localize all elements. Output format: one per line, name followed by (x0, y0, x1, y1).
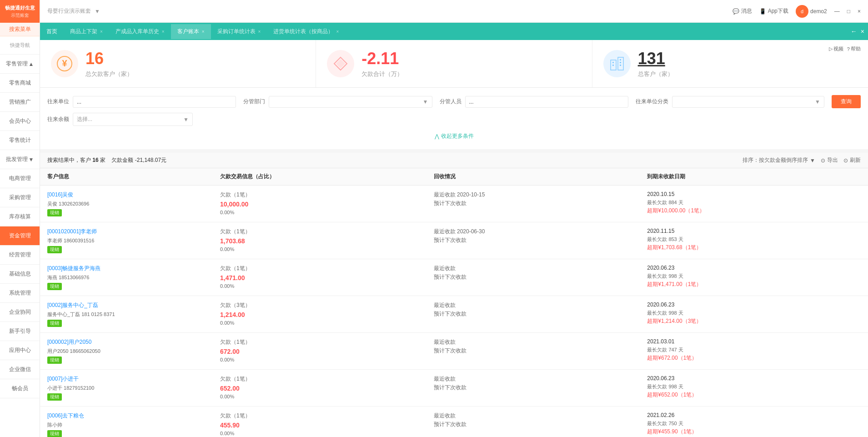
tab-close-icon[interactable]: × (202, 29, 205, 34)
message-btn[interactable]: 💬 消息 (733, 7, 752, 15)
filter-person: 分管人员 ... (440, 96, 628, 108)
sidebar-item-inventory[interactable]: 库存核算 (0, 207, 40, 226)
svg-text:¥: ¥ (62, 58, 67, 68)
overdue-amount-2[interactable]: 超期¥1,471.00（1笔） (647, 281, 861, 288)
overdue-amount-4[interactable]: 超期¥672.00（1笔） (647, 354, 861, 362)
tab-product-listing[interactable]: 商品上下架 × (64, 24, 109, 39)
svg-rect-9 (620, 62, 621, 63)
customer-name-4[interactable]: [000002]用户2050 (47, 338, 220, 346)
refresh-btn[interactable]: ⊙ 刷新 (843, 156, 861, 164)
debt-amount-1[interactable]: 1,703.68 (220, 237, 434, 245)
app-download-btn[interactable]: 📱 App下载 (759, 7, 788, 15)
sidebar-item-member[interactable]: 会员中心 (0, 112, 40, 131)
collection-next-4: 预计下次收款 (434, 347, 647, 355)
tab-customer-ledger[interactable]: 客户账本 × (171, 24, 211, 39)
export-btn[interactable]: ⊙ 导出 (821, 156, 838, 164)
sidebar-item-enterprise[interactable]: 企业协同 (0, 303, 40, 322)
overdue-days-3: 最长欠款 998 天 (647, 310, 861, 316)
tab-close-icon[interactable]: × (162, 29, 165, 34)
debt-amount-4[interactable]: 672.00 (220, 348, 434, 355)
overdue-days-5: 最长欠款 998 天 (647, 383, 861, 390)
customer-name-5[interactable]: [0007]小进干 (47, 375, 220, 383)
header-left: 母婴行业演示账套 ▼ (47, 7, 100, 15)
customer-name-3[interactable]: [0002]服务中心_丁磊 (47, 301, 220, 309)
stat-value-debt-total: -2.11 (361, 49, 403, 68)
sidebar-item-ecommerce[interactable]: 电商管理 (0, 169, 40, 188)
stat-label-debt-total: 欠款合计（万） (361, 70, 403, 78)
dropdown-arrow[interactable]: ▼ (95, 8, 100, 15)
sidebar-item-retail-mgmt[interactable]: 零售管理 ▲ (0, 55, 40, 74)
stat-icon-money: ¥ (51, 50, 78, 77)
tab-product-history[interactable]: 产成品入库单历史 × (109, 24, 171, 39)
filter-category-select[interactable]: ▼ (672, 96, 824, 108)
customer-name-1[interactable]: [0001020001]李老师 (47, 228, 220, 236)
table-row: [0003]畅捷服务尹海燕 海燕 18513066976 现销 欠款（1笔） 1… (40, 259, 868, 296)
user-profile[interactable]: d demo2 (796, 5, 827, 18)
chevron-down-icon: ▼ (810, 157, 815, 164)
sidebar-item-wholesale-mgmt[interactable]: 批发管理 ▼ (0, 150, 40, 169)
sidebar-item-marketing[interactable]: 营销推广 (0, 93, 40, 112)
help-btn[interactable]: ? 帮助 (847, 45, 861, 52)
filter-balance-select[interactable]: 选择... ▼ (73, 113, 193, 126)
filter-person-input[interactable]: ... (465, 96, 628, 108)
tab-close-icon[interactable]: × (258, 29, 261, 34)
sidebar-item-basic-info[interactable]: 基础信息 (0, 265, 40, 284)
sidebar-item-system[interactable]: 系统管理 (0, 284, 40, 303)
tab-purchase-product-stats[interactable]: 进货单统计表（按商品） × (267, 24, 345, 39)
sidebar-item-operations[interactable]: 经营管理 (0, 246, 40, 265)
overdue-days-0: 最长欠款 884 天 (647, 199, 861, 206)
search-button[interactable]: 查询 (832, 95, 861, 108)
stat-value-debt-customers: 16 (85, 49, 133, 68)
tab-purchase-stats[interactable]: 采购订单统计表 × (211, 24, 267, 39)
debt-amount-6[interactable]: 455.90 (220, 422, 434, 429)
sidebar-item-retail-stats[interactable]: 零售统计 (0, 131, 40, 150)
debt-info-1: 欠款（1笔） 1,703.68 0.00% (220, 228, 434, 252)
debt-count-5: 欠款（1笔） (220, 375, 434, 383)
overdue-amount-1[interactable]: 超期¥1,703.68（1笔） (647, 244, 861, 251)
minimize-btn[interactable]: — (834, 8, 840, 15)
customer-name-0[interactable]: [0016]吴俊 (47, 191, 220, 199)
filter-dept-select[interactable]: ▼ (269, 96, 432, 108)
customer-name-6[interactable]: [0006]去下粮仓 (47, 412, 220, 420)
debt-amount-0[interactable]: 10,000.00 (220, 201, 434, 208)
sidebar-item-apps[interactable]: 应用中心 (0, 341, 40, 360)
overdue-amount-5[interactable]: 超期¥652.00（1笔） (647, 391, 861, 399)
tab-close-all-btn[interactable]: × (861, 28, 864, 35)
customer-tag-1: 现销 (47, 246, 62, 253)
debt-amount-5[interactable]: 652.00 (220, 385, 434, 392)
tab-close-icon[interactable]: × (100, 29, 103, 34)
svg-rect-6 (612, 62, 614, 63)
tab-home[interactable]: 首页 (40, 24, 64, 39)
overdue-amount-3[interactable]: 超期¥1,214.00（3笔） (647, 317, 861, 325)
filter-unit-input[interactable]: ... (73, 96, 236, 108)
sidebar-item-retail-mall[interactable]: 零售商城 (0, 74, 40, 93)
debt-amount-2[interactable]: 1,471.00 (220, 274, 434, 281)
sort-select[interactable]: 排序：按欠款金额倒序排序 ▼ (743, 156, 815, 164)
sidebar-item-guide[interactable]: 新手引导 (0, 322, 40, 341)
overdue-date-5: 2020.06.23 (647, 375, 861, 382)
sidebar-item-wechat[interactable]: 企业微信 (0, 360, 40, 379)
maximize-btn[interactable]: □ (847, 8, 850, 15)
debt-amount-3[interactable]: 1,214.00 (220, 311, 434, 318)
debt-count-0: 欠款（1笔） (220, 191, 434, 199)
sidebar-search[interactable]: 搜索菜单 (0, 23, 40, 36)
sidebar-item-member2[interactable]: 畅会员 (0, 379, 40, 398)
overdue-amount-6[interactable]: 超期¥455.90（1笔） (647, 428, 861, 436)
close-btn[interactable]: × (858, 8, 861, 15)
tab-prev-btn[interactable]: ← (851, 28, 857, 35)
stat-card-total-customers: 131 总客户（家） ▷ 视频 ? 帮助 (592, 40, 868, 87)
overdue-amount-0[interactable]: 超期¥10,000.00（1笔） (647, 207, 861, 215)
video-btn[interactable]: ▷ 视频 (829, 45, 843, 52)
sidebar-item-purchase[interactable]: 采购管理 (0, 188, 40, 207)
sidebar-item-finance[interactable]: 资金管理 (0, 226, 40, 246)
customer-name-2[interactable]: [0003]畅捷服务尹海燕 (47, 265, 220, 272)
overdue-info-1: 2020.11.15 最长欠款 853 天 超期¥1,703.68（1笔） (647, 228, 861, 251)
debt-ratio-2: 0.00% (220, 283, 434, 289)
debt-ratio-0: 0.00% (220, 210, 434, 215)
filter-balance-label: 往来余额 (47, 116, 69, 123)
tab-close-icon[interactable]: × (336, 29, 339, 34)
table-header: 客户信息 欠款交易信息（占比） 回收情况 到期未收款日期 (40, 168, 868, 186)
table-row: [000002]用户2050 用户2050 18665062050 现销 欠款（… (40, 333, 868, 370)
collapse-button[interactable]: ⋀ 收起更多条件 (435, 132, 474, 140)
message-icon: 💬 (733, 8, 739, 15)
